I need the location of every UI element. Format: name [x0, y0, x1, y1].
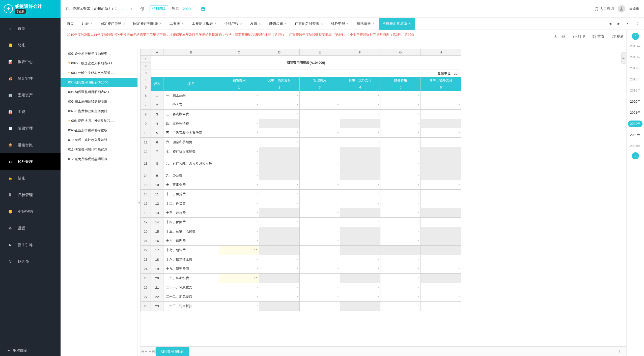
year-2021年[interactable]: 2021年 [628, 109, 643, 116]
nav-item-10[interactable]: 🗄归档管理 [0, 187, 61, 203]
tab-next-button[interactable]: ▶ [616, 21, 622, 27]
nav-item-5[interactable]: 👔工资 [0, 103, 61, 120]
nav-item-3[interactable]: 💰资金管理 [0, 70, 61, 87]
value-cell[interactable]: * [340, 218, 380, 227]
value-cell[interactable]: * [380, 302, 421, 311]
value-cell[interactable]: * [259, 128, 300, 138]
tree-item-11[interactable]: 012-减免所得税优惠明细表(… [61, 154, 137, 164]
tab-close-icon[interactable]: ✕ [123, 22, 125, 25]
year-2018年[interactable]: 2018年 [628, 76, 643, 83]
tab-3[interactable]: 固定资产明细账✕ [129, 18, 166, 30]
value-cell[interactable]: * [380, 91, 421, 100]
value-cell[interactable]: * [259, 100, 300, 110]
refresh-button[interactable]: 刷新 [612, 34, 624, 39]
value-cell[interactable]: * [259, 283, 300, 292]
col-header[interactable]: C [219, 49, 259, 56]
value-cell[interactable]: * [380, 208, 421, 218]
value-cell[interactable]: * [340, 255, 380, 264]
unpin-button[interactable]: ⇤ 取消固定 [0, 345, 61, 356]
nav-item-7[interactable]: 📦进销台账 [0, 137, 61, 153]
year-2022年[interactable]: 2022年 [628, 121, 643, 127]
tab-12[interactable]: 所得税汇算清缴✕ [379, 18, 415, 30]
year-2024年[interactable]: 2024年 [628, 143, 643, 149]
tab-2[interactable]: 固定资产类别✕ [97, 18, 129, 30]
value-cell[interactable]: * [219, 119, 259, 128]
value-cell[interactable]: * [300, 100, 340, 110]
value-cell[interactable]: * [300, 138, 340, 147]
account-dropdown-icon[interactable]: ⌄ [121, 6, 124, 11]
value-cell[interactable]: * [300, 264, 340, 274]
year-2019年[interactable]: 2019年 [628, 87, 643, 94]
new-account-button[interactable]: + [128, 5, 135, 12]
value-cell[interactable]: * [380, 227, 421, 236]
value-cell[interactable]: * [300, 246, 340, 255]
nav-item-14[interactable]: V畅会员 [0, 253, 61, 270]
value-cell[interactable]: * [300, 274, 340, 283]
value-cell[interactable]: 11 [219, 274, 259, 283]
tab-close-icon[interactable]: ✕ [240, 22, 242, 25]
value-cell[interactable]: * [219, 236, 259, 246]
value-cell[interactable]: * [219, 264, 259, 274]
value-cell[interactable]: * [421, 292, 461, 302]
value-cell[interactable]: * [219, 180, 259, 190]
nav-item-11[interactable]: 🪙小畅报销 [0, 203, 61, 220]
value-cell[interactable]: * [259, 180, 300, 190]
tab-4[interactable]: 工资表✕ [166, 18, 188, 30]
value-cell[interactable]: * [380, 264, 421, 274]
value-cell[interactable]: * [300, 218, 340, 227]
tab-11[interactable]: 报税清册✕ [353, 18, 379, 30]
col-header[interactable]: H [421, 49, 461, 56]
tab-close-icon[interactable]: ✕ [372, 22, 375, 25]
value-cell[interactable]: * [380, 171, 421, 180]
value-cell[interactable]: * [421, 199, 461, 208]
spreadsheet[interactable]: ABCDEFGH1期间费用明细表(A104000)23金额单位：元4行次项 目销… [141, 49, 461, 311]
value-cell[interactable]: * [380, 218, 421, 227]
value-cell[interactable]: * [380, 199, 421, 208]
sheet-last[interactable]: ▶| [152, 348, 156, 354]
value-cell[interactable]: * [421, 128, 461, 138]
value-cell[interactable]: * [300, 227, 340, 236]
value-cell[interactable]: * [340, 264, 380, 274]
value-cell[interactable]: * [300, 156, 340, 171]
nav-item-1[interactable]: 📒总账 [0, 37, 61, 53]
value-cell[interactable]: * [340, 128, 380, 138]
value-cell[interactable]: * [421, 110, 461, 119]
value-cell[interactable]: * [300, 110, 340, 119]
value-cell[interactable]: * [259, 292, 300, 302]
tab-10[interactable]: 税务申报✕ [327, 18, 353, 30]
tree-item-6[interactable]: 007-广告费和业务宣传费跨… [61, 106, 137, 116]
tab-close-icon[interactable]: ✕ [214, 22, 217, 25]
print-button[interactable]: 打印 [573, 34, 585, 39]
nav-item-6[interactable]: 🧾发票管理 [0, 120, 61, 137]
value-cell[interactable]: * [219, 128, 259, 138]
value-cell[interactable]: * [300, 255, 340, 264]
value-cell[interactable]: * [219, 138, 259, 147]
year-2016年[interactable]: 2016年 [628, 54, 643, 61]
tab-1[interactable]: 计表✕ [78, 18, 97, 30]
value-cell[interactable]: * [300, 292, 340, 302]
value-cell[interactable]: * [380, 138, 421, 147]
value-cell[interactable]: * [219, 302, 259, 311]
value-cell[interactable]: * [421, 283, 461, 292]
tree-item-2[interactable]: ?003-一般企业成本支出明细… [61, 68, 137, 78]
col-header[interactable]: F [340, 49, 380, 56]
tab-5[interactable]: 工资统计报表✕ [188, 18, 221, 30]
sheet-menu[interactable]: ⋮ [618, 349, 621, 353]
value-cell[interactable]: * [380, 283, 421, 292]
year-2017年[interactable]: 2017年 [628, 65, 643, 72]
value-cell[interactable]: * [421, 255, 461, 264]
tab-close-icon[interactable]: ✕ [408, 22, 411, 25]
value-cell[interactable]: * [300, 147, 340, 156]
tree-item-1[interactable]: ?002-一般企业收入明细表(A1… [61, 58, 137, 68]
value-cell[interactable]: * [300, 302, 340, 311]
value-cell[interactable]: * [340, 110, 380, 119]
tab-close-icon[interactable]: ✕ [321, 22, 323, 25]
tab-close-icon[interactable]: ✕ [259, 22, 261, 25]
tab-close-icon[interactable]: ✕ [159, 22, 162, 25]
tab-8[interactable]: 进销台账✕ [265, 18, 291, 30]
tab-close-icon[interactable]: ✕ [90, 22, 93, 25]
tree-item-10[interactable]: 011-研发费用加计扣除优惠… [61, 145, 137, 154]
value-cell[interactable]: * [340, 283, 380, 292]
nav-item-8[interactable]: 🗂税务管理 [0, 153, 61, 170]
splitter[interactable]: ◀ [137, 49, 141, 356]
